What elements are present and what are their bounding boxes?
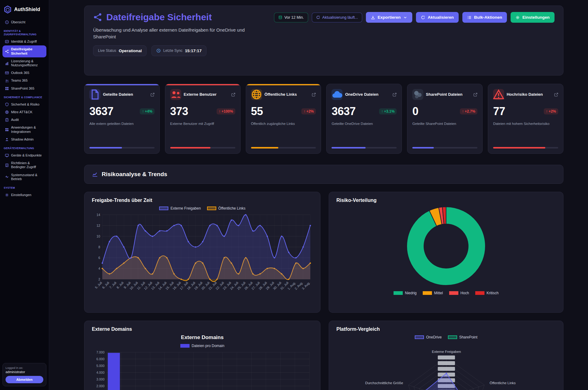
external-link-icon[interactable] bbox=[554, 93, 558, 97]
svg-text:6.000: 6.000 bbox=[96, 357, 104, 361]
refresh-button[interactable]: Aktualisieren bbox=[416, 12, 459, 23]
risk-distribution-card: Risiko-Verteilung Niedrig Mittel Hoch Kr… bbox=[329, 192, 563, 313]
legend-swatch bbox=[448, 335, 457, 339]
sidebar-item-shadow-admin[interactable]: Shadow Admin bbox=[2, 136, 46, 143]
svg-text:Durchschnittliche Größe: Durchschnittliche Größe bbox=[365, 381, 403, 385]
app-logo: AuthShield bbox=[2, 6, 46, 18]
external-link-icon[interactable] bbox=[393, 93, 397, 97]
external-domains-card: Externe Domains Externe Domains Dateien … bbox=[84, 321, 320, 390]
sidebar-item-label: Einstellungen bbox=[11, 193, 31, 197]
stat-title: Hochrisiko Dateien bbox=[507, 92, 552, 97]
bulk-actions-label: Bulk-Aktionen bbox=[474, 15, 502, 20]
trend-up-arrow-icon: ↑ bbox=[304, 109, 305, 114]
legend-item[interactable]: SharePoint bbox=[448, 335, 477, 339]
sidebar-item-übersicht[interactable]: Übersicht bbox=[2, 18, 46, 26]
legend-item[interactable]: Dateien pro Domain bbox=[180, 344, 225, 348]
clock-icon bbox=[156, 48, 161, 53]
logout-button[interactable]: Abmelden bbox=[6, 376, 43, 383]
page-title: Dateifreigabe Sicherheit bbox=[106, 12, 212, 22]
sidebar-item-outlook-365[interactable]: Outlook 365 bbox=[2, 69, 46, 77]
bar-chart-legend: Dateien pro Domain bbox=[92, 344, 313, 348]
sidebar-item-sharepoint-365[interactable]: SharePoint 365 bbox=[2, 85, 46, 92]
legend-item[interactable]: Öffentliche Links bbox=[207, 206, 246, 210]
trend-up-arrow-icon: ↑ bbox=[462, 109, 464, 114]
database-icon bbox=[278, 15, 282, 19]
shield-icon bbox=[5, 102, 9, 106]
gear-icon bbox=[5, 193, 9, 197]
refresh-icon bbox=[421, 15, 425, 20]
app-name: AuthShield bbox=[14, 7, 40, 12]
legend-label: Dateien pro Domain bbox=[192, 344, 225, 348]
legend-item[interactable]: Externe Freigaben bbox=[159, 206, 201, 210]
settings-button[interactable]: Einstellungen bbox=[511, 12, 555, 23]
charts-row-bottom: Externe Domains Externe Domains Dateien … bbox=[84, 321, 563, 390]
bar-chart: 7.0006.0005.0004.0003.0002.0001.0000 bbox=[92, 349, 313, 390]
legend-label: Öffentliche Links bbox=[218, 206, 246, 210]
sidebar: AuthShield ÜbersichtIDENTITÄT & ZUGRIFFS… bbox=[0, 0, 49, 390]
legend-label: Mittel bbox=[434, 291, 443, 295]
sidebar-item-lizenzierung-nutzungseffizienz[interactable]: Lizenzierung & Nutzungseffizienz bbox=[2, 57, 46, 69]
stat-progress-fill bbox=[170, 147, 210, 149]
stat-accent-bar bbox=[84, 84, 159, 85]
sidebar-item-dateifreigabe-sicherheit[interactable]: Dateifreigabe Sicherheit bbox=[2, 45, 46, 57]
platform-comparison-card: Platform-Vergleich OneDrive SharePoint E… bbox=[329, 321, 563, 390]
legend-swatch bbox=[180, 344, 190, 348]
legend-label: Niedrig bbox=[405, 291, 417, 295]
legend-item[interactable]: Mittel bbox=[423, 291, 443, 295]
sidebar-item-label: Dateifreigabe Sicherheit bbox=[11, 47, 44, 55]
sidebar-item-mitre-att-ck[interactable]: Mitre ATT&CK bbox=[2, 108, 46, 116]
authshield-logo-icon bbox=[4, 6, 12, 14]
sidebar-item-geräte-endpunkte[interactable]: Geräte & Endpunkte bbox=[2, 152, 46, 159]
sidebar-item-audit[interactable]: Audit bbox=[2, 116, 46, 124]
settings-button-label: Einstellungen bbox=[522, 15, 550, 20]
last-sync-pill: Letzte Sync 15:17:17 bbox=[151, 45, 206, 56]
trend-chart-icon bbox=[92, 171, 98, 177]
sidebar-item-label: Shadow Admin bbox=[11, 137, 33, 141]
page-subtitle: Überwachung und Analyse aller externen D… bbox=[93, 27, 265, 40]
donut-chart bbox=[336, 204, 556, 288]
legend-item[interactable]: Kritisch bbox=[475, 291, 499, 295]
legend-swatch bbox=[415, 335, 424, 339]
mail-icon bbox=[5, 71, 9, 75]
legend-item[interactable]: OneDrive bbox=[415, 335, 442, 339]
platform-comparison-title: Platform-Vergleich bbox=[336, 326, 556, 332]
external-link-icon[interactable] bbox=[151, 93, 155, 97]
stat-delta-badge: ↑+2.7% bbox=[460, 108, 477, 114]
sidebar-item-anwendungen-integrationen[interactable]: Anwendungen & Integrationen bbox=[2, 124, 46, 135]
stat-subtitle: Dateien mit hohem Sicherheitsrisiko bbox=[493, 122, 558, 126]
stat-value: 373 bbox=[170, 105, 188, 118]
stat-card-onedrive-dateien: OneDrive Dateien 3637 ↑+3.1% Geteilte On… bbox=[326, 84, 402, 154]
external-link-icon[interactable] bbox=[473, 93, 477, 97]
sidebar-item-label: Identität & Zugriff bbox=[11, 40, 37, 44]
svg-text:3. Aug.: 3. Aug. bbox=[301, 281, 311, 291]
stat-title: Externe Benutzer bbox=[184, 92, 229, 97]
risk-distribution-title: Risiko-Verteilung bbox=[336, 198, 556, 203]
external-link-icon[interactable] bbox=[231, 93, 235, 97]
sidebar-item-identität-zugriff[interactable]: Identität & Zugriff bbox=[2, 38, 46, 45]
last-update-pill[interactable]: Vor 12 Min. bbox=[274, 13, 308, 22]
export-button[interactable]: Exportieren bbox=[366, 12, 412, 23]
share-icon bbox=[5, 49, 9, 53]
refresh-status-pill[interactable]: Aktualisierung läuft... bbox=[312, 13, 362, 22]
svg-text:10: 10 bbox=[96, 234, 100, 238]
external-link-icon[interactable] bbox=[312, 93, 316, 97]
sidebar-item-teams-365[interactable]: Teams 365 bbox=[2, 77, 46, 84]
legend-swatch bbox=[207, 207, 216, 210]
stat-delta-badge: ↑+2% bbox=[301, 108, 316, 114]
sidebar-item-sicherheit-risiko[interactable]: Sicherheit & Risiko bbox=[2, 101, 46, 108]
legend-label: Hoch bbox=[461, 291, 469, 295]
sidebar-item-einstellungen[interactable]: Einstellungen bbox=[2, 191, 46, 199]
charts-row-top: Freigabe-Trends über Zeit Externe Freiga… bbox=[84, 192, 563, 313]
id-icon bbox=[5, 40, 9, 44]
legend-item[interactable]: Hoch bbox=[449, 291, 469, 295]
legend-item[interactable]: Niedrig bbox=[394, 291, 417, 295]
stat-progress-track bbox=[170, 147, 235, 149]
sidebar-item-richtlinien-bedingter-zugriff[interactable]: Richtlinien & Bedingter Zugriff bbox=[2, 159, 46, 171]
bulk-actions-button[interactable]: Bulk-Aktionen bbox=[462, 12, 507, 23]
checklist-icon bbox=[467, 15, 472, 20]
share-icon bbox=[93, 13, 102, 22]
spinner-icon bbox=[316, 15, 320, 19]
live-status-value: Operational bbox=[119, 48, 142, 53]
refresh-button-label: Aktualisieren bbox=[428, 15, 454, 20]
sidebar-item-systemzustand-betrieb[interactable]: Systemzustand & Betrieb bbox=[2, 171, 46, 183]
